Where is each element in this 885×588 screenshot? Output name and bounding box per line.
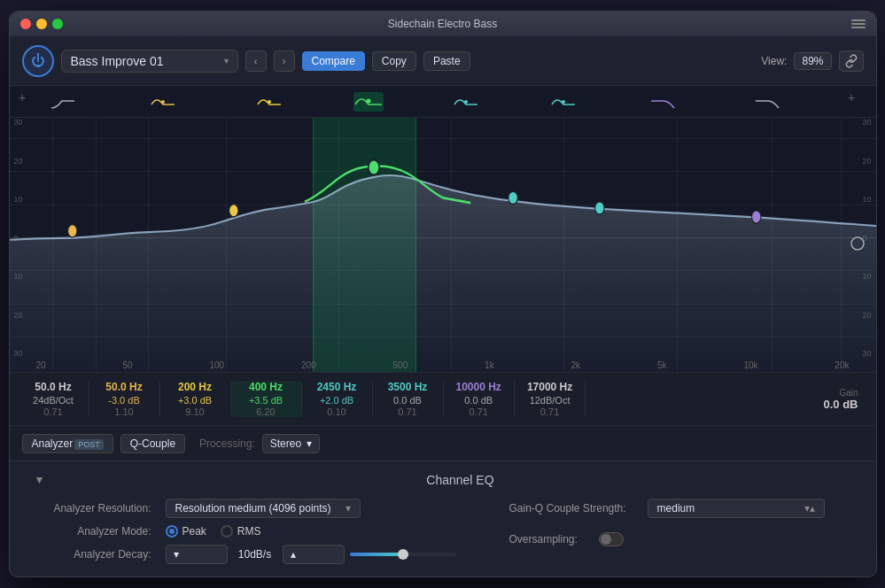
band-info-8[interactable]: 17000 Hz 12dB/Oct 0.71: [515, 381, 586, 417]
band-icon-4[interactable]: [353, 92, 384, 112]
band-info-row: 50.0 Hz 24dB/Oct 0.71 50.0 Hz -3.0 dB 1.…: [10, 372, 876, 425]
processing-value: Stereo: [270, 437, 301, 450]
eq-canvas[interactable]: 30 20 10 0 10 20 30 30 20 10 0 10 20 30: [10, 118, 876, 372]
q-couple-button[interactable]: Q-Couple: [120, 434, 185, 453]
window-title: Sidechain Electro Bass: [388, 18, 497, 30]
band-icon-7[interactable]: [649, 92, 676, 112]
channel-eq-title: Channel EQ: [57, 473, 863, 487]
processing-dropdown[interactable]: Stereo ▾: [262, 434, 320, 453]
band-icon-5[interactable]: [453, 92, 479, 112]
band-icon-1[interactable]: [50, 92, 76, 112]
maximize-button[interactable]: [52, 19, 63, 29]
analyzer-button[interactable]: AnalyzerPOST: [22, 434, 113, 453]
freq-label-2k: 2k: [571, 360, 581, 370]
link-button[interactable]: [839, 50, 864, 72]
analyzer-decay-label: Analyzer Decay:: [27, 548, 151, 561]
preset-dropdown[interactable]: Bass Improve 01 ▾: [61, 50, 238, 73]
band-6-gain: 0.0 dB: [393, 395, 422, 406]
gain-value: 0.0 dB: [823, 398, 858, 411]
band-info-2[interactable]: 50.0 Hz -3.0 dB 1.10: [89, 381, 160, 417]
nav-prev-button[interactable]: ‹: [245, 50, 267, 72]
close-button[interactable]: [20, 19, 31, 29]
decay-down-arrow[interactable]: ▾: [166, 545, 228, 564]
svg-point-9: [67, 225, 76, 237]
window-controls: [20, 19, 63, 29]
band-info-3[interactable]: 200 Hz +3.0 dB 9.10: [160, 381, 231, 417]
band-6-q: 0.71: [398, 406, 416, 417]
band-4-gain: +3.5 dB: [249, 395, 283, 406]
band-3-gain: +3.0 dB: [178, 395, 212, 406]
gain-q-label: Gain-Q Couple Strength:: [509, 502, 626, 514]
title-bar: Sidechain Electro Bass: [10, 12, 876, 36]
add-band-left[interactable]: +: [15, 91, 29, 105]
band-8-gain: 12dB/Oct: [530, 395, 571, 406]
band-icons-row: + +: [10, 86, 876, 118]
collapse-arrow[interactable]: ▼: [22, 470, 58, 490]
band-8-freq: 17000 Hz: [527, 381, 572, 393]
oversampling-toggle[interactable]: [599, 532, 624, 546]
mode-peak-radio[interactable]: Peak: [166, 525, 206, 538]
band-1-q: 0.71: [43, 406, 62, 417]
band-5-q: 0.10: [327, 406, 345, 417]
analyzer-resolution-dropdown[interactable]: Resolution medium (4096 points) ▾: [166, 499, 361, 518]
svg-point-0: [161, 100, 165, 104]
decay-slider[interactable]: [350, 553, 456, 556]
band-info-5[interactable]: 2450 Hz +2.0 dB 0.10: [302, 381, 373, 417]
freq-labels: 20 50 100 200 500 1k 2k 5k 10k 20k: [10, 360, 876, 370]
freq-label-50: 50: [122, 360, 132, 370]
add-band-right[interactable]: +: [844, 91, 858, 105]
paste-button[interactable]: Paste: [423, 51, 470, 71]
band-6-freq: 3500 Hz: [388, 381, 428, 393]
processing-label: Processing:: [199, 437, 255, 450]
decay-up-arrow[interactable]: ▴: [283, 545, 345, 564]
analyzer-mode-label: Analyzer Mode:: [27, 525, 151, 538]
svg-text:+: +: [18, 91, 25, 104]
band-info-4[interactable]: 400 Hz +3.5 dB 6.20: [231, 381, 302, 417]
mode-rms-radio[interactable]: RMS: [221, 525, 261, 538]
band-icon-8[interactable]: [754, 92, 780, 112]
power-button[interactable]: ⏻: [22, 45, 54, 77]
gain-q-value: medium: [657, 502, 695, 514]
gain-q-dropdown[interactable]: medium ▾▴: [648, 499, 825, 518]
view-value[interactable]: 89%: [794, 52, 831, 70]
freq-label-500: 500: [393, 360, 408, 370]
band-3-q: 9.10: [185, 406, 204, 417]
band-icon-3[interactable]: [256, 92, 283, 112]
resolution-dropdown-arrow: ▾: [345, 502, 351, 514]
band-3-freq: 200 Hz: [178, 381, 212, 393]
analyzer-controls: AnalyzerPOST Q-Couple Processing: Stereo…: [10, 425, 876, 460]
toolbar-right: View: 89%: [761, 50, 863, 72]
svg-point-13: [594, 202, 603, 214]
compare-button[interactable]: Compare: [302, 51, 365, 71]
view-label: View:: [761, 55, 787, 67]
band-2-q: 1.10: [114, 406, 133, 417]
minimize-button[interactable]: [36, 19, 47, 29]
decay-slider-thumb[interactable]: [398, 549, 408, 560]
svg-point-3: [366, 98, 370, 103]
freq-label-100: 100: [209, 360, 224, 370]
svg-point-11: [368, 159, 378, 174]
nav-next-button[interactable]: ›: [274, 50, 295, 72]
band-1-gain: 24dB/Oct: [33, 395, 74, 406]
rms-radio-dot: [221, 525, 233, 538]
band-info-7[interactable]: 10000 Hz 0.0 dB 0.71: [444, 381, 515, 417]
oversampling-row: Oversampling:: [492, 529, 876, 550]
freq-label-200: 200: [301, 360, 316, 370]
freq-label-1k: 1k: [485, 360, 494, 370]
copy-button[interactable]: Copy: [372, 51, 416, 71]
freq-label-10k: 10k: [743, 360, 757, 370]
analyzer-mode-group: Peak RMS: [166, 525, 261, 538]
gain-q-row: Gain-Q Couple Strength: medium ▾▴: [492, 495, 876, 522]
decay-value: 10dB/s: [233, 548, 277, 561]
band-icon-6[interactable]: [550, 92, 577, 112]
band-icon-2[interactable]: [150, 92, 176, 112]
band-8-q: 0.71: [540, 406, 559, 417]
gain-q-arrow: ▾▴: [804, 502, 815, 514]
processing-arrow: ▾: [307, 437, 312, 450]
band-info-1[interactable]: 50.0 Hz 24dB/Oct 0.71: [19, 381, 89, 417]
band-4-freq: 400 Hz: [249, 381, 283, 393]
svg-point-12: [508, 191, 516, 204]
band-info-6[interactable]: 3500 Hz 0.0 dB 0.71: [373, 381, 444, 417]
gain-label: Gain: [839, 388, 858, 398]
toolbar: ⏻ Bass Improve 01 ▾ ‹ › Compare Copy Pas…: [10, 36, 876, 86]
